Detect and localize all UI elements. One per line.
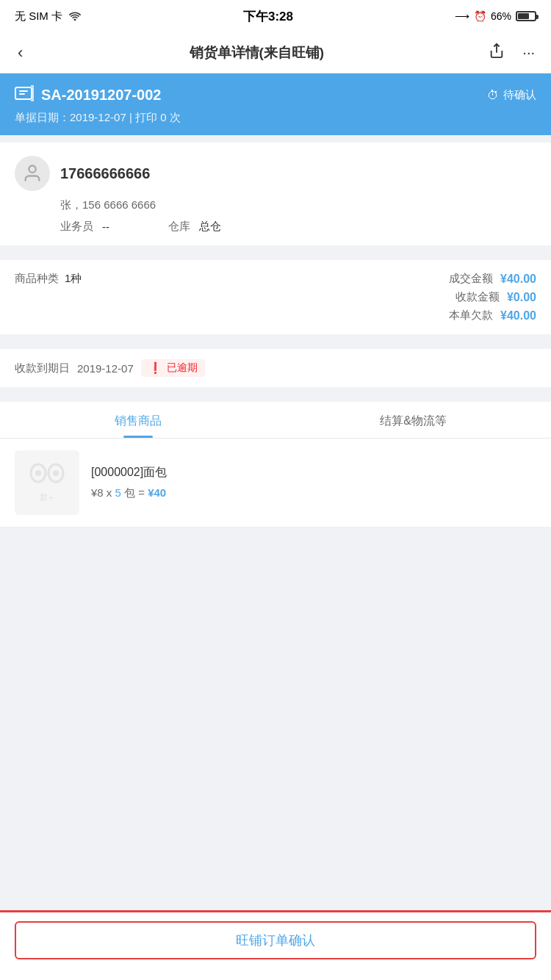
order-id-row: SA-20191207-002 ⏱ 待确认 <box>15 85 536 105</box>
price-multiply: x <box>107 486 115 499</box>
due-date: 2019-12-07 <box>77 362 134 375</box>
due-card: 收款到期日 2019-12-07 ❗ 已逾期 <box>0 349 551 387</box>
product-thumbnail: 群+ <box>15 450 79 515</box>
product-type-value: 1种 <box>65 272 82 286</box>
alarm-icon: ⏰ <box>474 10 486 22</box>
battery-icon <box>516 11 536 21</box>
payment-value: ¥0.00 <box>507 291 536 304</box>
svg-point-5 <box>35 470 41 476</box>
empty-space <box>0 527 551 674</box>
warehouse-label: 仓库 <box>168 220 190 234</box>
product-type-label: 商品种类 <box>15 272 59 286</box>
price-qty: 5 <box>115 486 121 499</box>
tab-products[interactable]: 销售商品 <box>0 402 276 438</box>
tab-settlement[interactable]: 结算&物流等 <box>276 402 551 438</box>
debt-value: ¥40.00 <box>500 309 536 323</box>
order-status: ⏱ 待确认 <box>487 88 536 102</box>
status-bar: 无 SIM 卡 下午3:28 ⟶ ⏰ 66% <box>0 0 551 32</box>
customer-card: 17666666666 张，156 6666 6666 业务员 -- 仓库 总仓 <box>0 143 551 245</box>
amount-label: 成交金额 <box>449 272 493 286</box>
product-info: [0000002]面包 ¥8 x 5 包 = ¥40 <box>91 465 536 500</box>
salesperson-item: 业务员 -- <box>60 220 109 234</box>
product-name: [0000002]面包 <box>91 465 536 480</box>
status-time: 下午3:28 <box>243 8 293 25</box>
nav-actions: ··· <box>484 38 539 67</box>
due-label: 收款到期日 <box>15 361 70 375</box>
price-equals: = <box>138 486 148 499</box>
back-button[interactable]: ‹ <box>12 37 29 68</box>
summary-card: 商品种类 1种 成交金额 ¥40.00 收款金额 ¥0.00 本单欠款 ¥40.… <box>0 260 551 334</box>
products-section: 群+ [0000002]面包 ¥8 x 5 包 = ¥40 <box>0 439 551 527</box>
price-amount: ¥8 <box>91 486 104 499</box>
svg-point-2 <box>29 166 35 173</box>
order-id-text: SA-20191207-002 <box>41 87 161 104</box>
salesperson-value: -- <box>102 220 109 233</box>
product-item: 群+ [0000002]面包 ¥8 x 5 包 = ¥40 <box>0 439 551 527</box>
order-header: SA-20191207-002 ⏱ 待确认 单据日期：2019-12-07 | … <box>0 73 551 135</box>
status-text: 待确认 <box>503 88 536 102</box>
price-unit: 包 <box>124 486 135 499</box>
overdue-badge: ❗ 已逾期 <box>141 359 205 377</box>
status-right: ⟶ ⏰ 66% <box>455 10 536 22</box>
thumb-logo-eyes <box>29 462 65 489</box>
divider-1 <box>0 135 551 143</box>
overdue-text: 已逾期 <box>167 361 198 375</box>
warehouse-value: 总仓 <box>199 220 221 234</box>
debt-label: 本单欠款 <box>449 309 493 323</box>
bottom-action-bar: 旺铺订单确认 <box>0 910 551 980</box>
svg-point-6 <box>53 470 59 476</box>
overdue-icon: ❗ <box>148 361 162 375</box>
more-icon[interactable]: ··· <box>518 40 539 65</box>
summary-row-0: 成交金额 ¥40.00 <box>449 272 536 286</box>
thumb-inner: 群+ <box>15 450 79 515</box>
confirm-order-button[interactable]: 旺铺订单确认 <box>15 921 536 959</box>
status-left: 无 SIM 卡 <box>15 10 82 24</box>
warehouse-item: 仓库 总仓 <box>168 220 221 234</box>
customer-phone: 17666666666 <box>60 165 150 182</box>
location-icon: ⟶ <box>455 10 469 22</box>
customer-row: 17666666666 <box>15 156 536 191</box>
clock-icon: ⏱ <box>487 89 499 102</box>
summary-left: 商品种类 1种 <box>15 272 82 286</box>
summary-row-2: 本单欠款 ¥40.00 <box>449 309 536 323</box>
product-price: ¥8 x 5 包 = ¥40 <box>91 486 536 500</box>
summary-right: 成交金额 ¥40.00 收款金额 ¥0.00 本单欠款 ¥40.00 <box>449 272 536 323</box>
amount-value: ¥40.00 <box>500 273 536 286</box>
share-icon[interactable] <box>484 38 509 67</box>
salesperson-label: 业务员 <box>60 220 93 234</box>
wifi-icon <box>68 10 82 23</box>
summary-row-1: 收款金额 ¥0.00 <box>455 290 536 304</box>
tabs-bar: 销售商品 结算&物流等 <box>0 402 551 439</box>
page-title: 销货单详情(来自旺铺) <box>190 43 325 62</box>
order-id: SA-20191207-002 <box>15 85 161 105</box>
payment-label: 收款金额 <box>455 290 500 304</box>
customer-meta: 业务员 -- 仓库 总仓 <box>15 220 536 234</box>
order-id-icon <box>15 85 34 105</box>
divider-2 <box>0 253 551 260</box>
divider-4 <box>0 394 551 402</box>
avatar <box>15 156 50 191</box>
price-total: ¥40 <box>148 486 166 499</box>
divider-3 <box>0 342 551 349</box>
battery-percent: 66% <box>491 10 511 22</box>
order-date: 单据日期：2019-12-07 | 打印 0 次 <box>15 111 536 125</box>
nav-bar: ‹ 销货单详情(来自旺铺) ··· <box>0 32 551 73</box>
customer-sub: 张，156 6666 6666 <box>15 198 536 212</box>
carrier-text: 无 SIM 卡 <box>15 10 62 24</box>
thumb-logo-plus: 群+ <box>40 492 54 503</box>
